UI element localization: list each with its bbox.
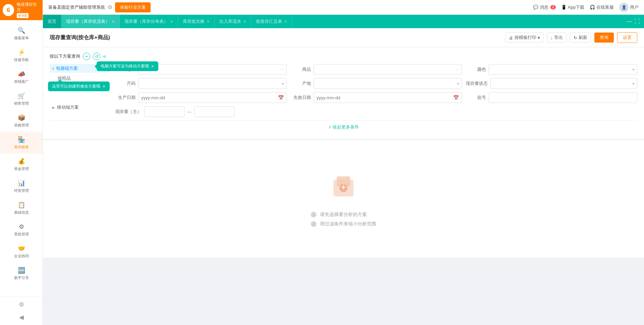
filter-fields: 仓库 ⋯ 商品 ⋯ <box>115 64 637 120</box>
sidebar-item-guide[interactable]: 🆕 新手引导 <box>0 263 43 284</box>
online-support-action[interactable]: 🎧 在线客服 <box>590 4 614 10</box>
export-btn[interactable]: ↓ 导出 <box>547 33 567 43</box>
filter-add-btn[interactable]: + <box>83 53 90 60</box>
sidebar: 6 畅捷通好生意 标准版 🔍 搜索菜单 ⚡ 快速导航 📣 营销推广 🛒 销售管理… <box>0 0 43 325</box>
size-label: 尺码 <box>115 80 136 87</box>
scheme-panel: 电脑方案可设为移动方案哦 ✕ ▾ 电脑端方案 按照品 <box>50 64 637 120</box>
top-header: 装备及固定资产辅助管理系统 ⚙ 体验行业方案 💬 消息 6 📱 App下载 🎧 … <box>43 0 644 15</box>
tab-inventory-dist-close[interactable]: ✕ <box>170 19 173 24</box>
sidebar-item-sales[interactable]: 🛒 销售管理 <box>0 88 43 110</box>
batch-no-input[interactable] <box>489 92 637 103</box>
page-header: 现存量查询(按仓库+商品) 🖨 按模板打印 ▾ ↓ 导出 ↻ 刷新 查询 设置 <box>43 28 644 47</box>
color-select[interactable]: ▾ <box>489 64 637 75</box>
sidebar-item-search[interactable]: 🔍 搜索菜单 <box>0 23 43 45</box>
warehouse-select[interactable]: ⋯ <box>138 64 287 75</box>
tab-batch-ledger-close[interactable]: ✕ <box>207 19 210 24</box>
sidebar-item-finance-label: 资金管理 <box>14 166 29 171</box>
app-download-action[interactable]: 📱 App下载 <box>561 4 584 10</box>
header-right: 💬 消息 6 📱 App下载 🎧 在线客服 👤 用户 <box>533 3 639 12</box>
filter-header: 按以下方案查询 + ↺ « <box>50 53 637 60</box>
tooltip-create-scheme: 这里可以创建和修改方案哦 ✕ <box>48 82 110 91</box>
sidebar-item-quick-nav[interactable]: ⚡ 快速导航 <box>0 45 43 66</box>
origin-label: 产地 <box>291 80 311 87</box>
phone-icon: 📱 <box>561 5 567 10</box>
tab-inout-flow-label: 出入库流水 <box>219 18 241 24</box>
product-select[interactable]: ⋯ <box>314 64 462 75</box>
sidebar-item-system[interactable]: ⚙ 系统管理 <box>0 219 43 241</box>
filter-row-2: 尺码 ▾ 产地 ▾ <box>115 78 637 89</box>
exp-date-input-wrap[interactable]: 📅 <box>314 92 462 103</box>
scheme-mobile[interactable]: ▶ 移动端方案 <box>50 103 110 112</box>
filter-section: 按以下方案查询 + ↺ « 电脑方案可设为移动方案哦 ✕ ▾ <box>43 47 644 139</box>
collapse-sidebar-icon[interactable]: ◀ <box>19 314 24 321</box>
sidebar-item-marketing[interactable]: 📣 营销推广 <box>0 66 43 88</box>
tooltip-2-text: 这里可以创建和修改方案哦 <box>52 84 100 89</box>
filter-refresh-btn[interactable]: ↺ <box>93 53 100 60</box>
finance-icon: 💰 <box>18 158 25 165</box>
filter-field-prod-date: 生产日期 📅 <box>115 92 287 103</box>
prod-date-input[interactable] <box>141 95 278 100</box>
user-action[interactable]: 👤 用户 <box>619 3 639 12</box>
stock-qty-max-input[interactable] <box>194 106 234 117</box>
tooltip-2-close[interactable]: ✕ <box>102 84 106 89</box>
sidebar-item-purchase[interactable]: 📦 采购管理 <box>0 110 43 132</box>
collapse-bar[interactable]: ∧ 收起更多条件 <box>50 120 637 133</box>
sidebar-item-operation[interactable]: 📊 经营管理 <box>0 175 43 197</box>
tab-receive-summary[interactable]: 收发存汇总表 ✕ <box>251 15 292 28</box>
size-select[interactable]: ▾ <box>138 78 287 89</box>
tab-maximize-icon[interactable]: ⛶ <box>635 18 640 24</box>
page-title: 现存量查询(按仓库+商品) <box>50 34 110 41</box>
sidebar-item-guide-label: 新手引导 <box>14 275 29 280</box>
filter-row-1: 仓库 ⋯ 商品 ⋯ <box>115 64 637 75</box>
color-arrow-icon: ▾ <box>633 68 634 71</box>
exp-date-calendar-icon[interactable]: 📅 <box>453 95 459 100</box>
message-action[interactable]: 💬 消息 6 <box>533 4 556 10</box>
tooltip-1-close[interactable]: ✕ <box>151 64 154 69</box>
sidebar-item-finance[interactable]: 💰 资金管理 <box>0 154 43 175</box>
system-icon: ⚙ <box>19 223 24 230</box>
tab-inventory-status[interactable]: 现存量（库存状况表） ✕ <box>61 15 120 28</box>
origin-arrow-icon: ▾ <box>457 82 459 86</box>
tab-inout-flow[interactable]: 出入库流水 ✕ <box>215 15 251 28</box>
scheme-tree: 电脑方案可设为移动方案哦 ✕ ▾ 电脑端方案 按照品 <box>50 64 110 120</box>
sidebar-item-inventory[interactable]: 🏪 库存核算 <box>0 132 43 154</box>
avatar: 👤 <box>619 3 629 12</box>
filter-row-4: 现存量（主） — <box>115 106 637 117</box>
origin-select[interactable]: ▾ <box>314 78 462 89</box>
tab-home[interactable]: 首页 <box>43 15 61 28</box>
print-template-btn[interactable]: 🖨 按模板打印 ▾ <box>505 33 544 43</box>
tab-inventory-status-close[interactable]: ✕ <box>112 19 115 24</box>
hint-1-text: 请先选择要分析的方案 <box>320 212 367 217</box>
query-btn[interactable]: 查询 <box>594 33 614 43</box>
sidebar-item-basic-info[interactable]: 📋 基础信息 <box>0 197 43 219</box>
sidebar-item-enterprise-label: 企业协同 <box>14 254 29 259</box>
prod-date-input-wrap[interactable]: 📅 <box>138 92 287 103</box>
stock-status-select[interactable]: ▾ <box>490 78 637 89</box>
message-badge: 6 <box>550 5 556 9</box>
sidebar-item-enterprise[interactable]: 🤝 企业协同 <box>0 241 43 263</box>
sidebar-item-purchase-label: 采购管理 <box>14 123 29 128</box>
filter-back-btn[interactable]: « <box>103 53 106 59</box>
prod-date-calendar-icon[interactable]: 📅 <box>278 95 284 100</box>
system-settings-icon[interactable]: ⚙ <box>108 4 112 10</box>
tab-inventory-dist[interactable]: 现存量（库存分布表） ✕ <box>120 15 178 28</box>
tab-batch-ledger[interactable]: 库存批次账 ✕ <box>178 15 215 28</box>
settings-btn[interactable]: 设置 <box>617 32 637 43</box>
sidebar-bottom: ⚙ ◀ <box>0 296 43 325</box>
warehouse-arrow-icon: ⋯ <box>280 68 284 71</box>
exp-date-input[interactable] <box>317 95 453 100</box>
experience-btn[interactable]: 体验行业方案 <box>115 2 151 12</box>
header-left: 装备及固定资产辅助管理系统 ⚙ 体验行业方案 <box>48 2 151 12</box>
refresh-btn[interactable]: ↻ 刷新 <box>570 33 591 43</box>
main-area: 装备及固定资产辅助管理系统 ⚙ 体验行业方案 💬 消息 6 📱 App下载 🎧 … <box>43 0 644 325</box>
filter-field-stock-qty: 现存量（主） — <box>115 106 250 117</box>
stock-qty-min-input[interactable] <box>144 106 184 117</box>
basic-info-icon: 📋 <box>18 201 25 209</box>
message-icon: 💬 <box>533 5 538 10</box>
tab-inout-flow-close[interactable]: ✕ <box>243 19 246 24</box>
sidebar-logo: 6 畅捷通好生意 标准版 <box>0 0 43 20</box>
tab-receive-summary-close[interactable]: ✕ <box>284 19 287 24</box>
settings-bottom-icon[interactable]: ⚙ <box>19 301 24 308</box>
refresh-icon: ↻ <box>574 35 577 40</box>
tab-minimize-icon[interactable]: — <box>627 18 632 24</box>
